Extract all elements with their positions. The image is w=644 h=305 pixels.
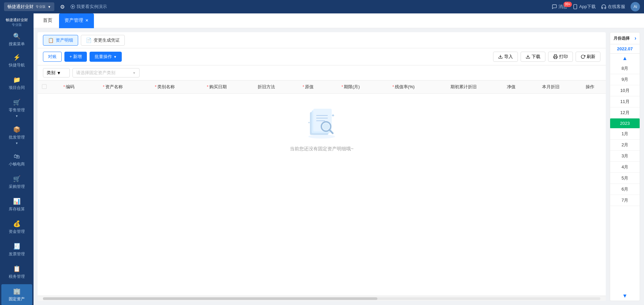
- demo-button[interactable]: 我要看实例演示: [70, 4, 107, 10]
- user-avatar[interactable]: Ai: [631, 2, 640, 11]
- tab-assets[interactable]: 资产管理 ✕: [59, 13, 94, 28]
- month-item-3[interactable]: 3月: [610, 151, 640, 162]
- month-item-7[interactable]: 7月: [610, 195, 640, 206]
- settings-button[interactable]: ⚙: [58, 2, 67, 11]
- headset-icon: [601, 4, 606, 9]
- refresh-icon: [581, 54, 585, 59]
- month-item-11[interactable]: 11月: [610, 96, 640, 107]
- sidebar-item-purchase[interactable]: 🛒 采购管理: [1, 172, 32, 193]
- tab-close-icon[interactable]: ✕: [85, 18, 89, 23]
- retail-label: 零售管理: [9, 107, 25, 113]
- month-item-6[interactable]: 6月: [610, 184, 640, 195]
- logo-text: 畅捷通好业财: [3, 17, 31, 22]
- month-item-2[interactable]: 2月: [610, 140, 640, 151]
- import-button[interactable]: 导入: [493, 52, 518, 62]
- month-nav-up-button[interactable]: ▲: [622, 56, 628, 61]
- project-icon: 📁: [13, 76, 20, 84]
- month-panel-header: 月份选择 ›: [610, 33, 640, 44]
- detail-tab-label: 资产明细: [56, 37, 73, 43]
- month-item-12[interactable]: 12月: [610, 107, 640, 118]
- tab-assets-label: 资产管理: [64, 17, 83, 23]
- quicknav-label: 快捷导航: [9, 62, 25, 68]
- fixedassets-label: 固定资产: [9, 296, 25, 302]
- sidebar-item-inventory[interactable]: 📊 库存核算: [1, 194, 32, 215]
- app-download-label: App下载: [579, 4, 596, 10]
- detail-tab-icon: 📋: [48, 38, 54, 43]
- month-item-8[interactable]: 8月: [610, 63, 640, 74]
- month-panel: 月份选择 › 2022.07 ▲ 8月 9月 10月 11月 12月 2023 …: [610, 32, 640, 301]
- toolbar-right: 导入 下载 打印 刷新: [493, 52, 600, 62]
- company-chevron-icon: ▼: [48, 5, 51, 9]
- app-download-button[interactable]: App下载: [573, 4, 596, 10]
- table-header: *编码 *资产名称 *类别名称 *购买日期 折旧方法 *原值 *期限(月) *残…: [38, 81, 606, 94]
- month-item-1[interactable]: 1月: [610, 129, 640, 140]
- table-container: *编码 *资产名称 *类别名称 *购买日期 折旧方法 *原值 *期限(月) *残…: [38, 81, 606, 296]
- scroll-thumb: [43, 297, 377, 300]
- sidebar-item-invoice[interactable]: 🧾 发票管理: [1, 239, 32, 260]
- select-all-checkbox[interactable]: [42, 84, 47, 89]
- refresh-button[interactable]: 刷新: [576, 52, 600, 62]
- sidebar-item-tax[interactable]: 📋 税务管理: [1, 262, 32, 283]
- th-residual-rate: *残值率(%): [375, 81, 432, 94]
- month-panel-collapse-icon[interactable]: ›: [635, 35, 636, 41]
- month-nav-down-button[interactable]: ▼: [622, 293, 628, 299]
- month-item-2023[interactable]: 2023: [610, 118, 640, 129]
- search-label: 搜索菜单: [9, 41, 25, 47]
- sidebar-item-quicknav[interactable]: ⚡ 快捷导航: [1, 50, 32, 71]
- top-bar: 畅捷通好业财 专业版 ▼ ⚙ 我要看实例演示 消息 99+ App下载 在线客服…: [0, 0, 644, 13]
- category-placeholder[interactable]: 请选择固定资产类别 ▼: [72, 68, 140, 78]
- svg-point-7: [308, 135, 335, 139]
- empty-svg: ✦ ✦: [302, 107, 342, 141]
- category-label: 类别: [47, 70, 55, 76]
- month-selected-year[interactable]: 2022.07: [610, 44, 640, 54]
- th-net-value: 净值: [496, 81, 527, 94]
- svg-rect-6: [554, 57, 557, 59]
- purchase-icon: 🛒: [13, 175, 20, 183]
- assets-table: *编码 *资产名称 *类别名称 *购买日期 折旧方法 *原值 *期限(月) *残…: [38, 81, 606, 94]
- download-button[interactable]: 下载: [521, 52, 545, 62]
- svg-marker-1: [72, 6, 74, 8]
- add-label: + 新增: [69, 54, 82, 60]
- inventory-icon: 📊: [13, 198, 20, 205]
- print-icon: [553, 54, 558, 59]
- message-badge: 99+: [564, 2, 572, 7]
- tab-home-label: 首页: [43, 17, 52, 23]
- sub-tab-detail[interactable]: 📋 资产明细: [43, 35, 78, 46]
- bottom-scrollbar[interactable]: [38, 296, 606, 301]
- th-period: *期限(月): [326, 81, 375, 94]
- add-button[interactable]: + 新增: [64, 52, 87, 62]
- category-select[interactable]: 类别 ▼: [43, 68, 70, 78]
- sidebar-item-retail[interactable]: 🛒 零售管理 ▼: [1, 95, 32, 121]
- company-selector[interactable]: 畅捷通好业财 专业版 ▼: [4, 2, 54, 11]
- scroll-track: [43, 297, 600, 300]
- sidebar-item-wholesale[interactable]: 📦 批发管理 ▼: [1, 122, 32, 148]
- print-button[interactable]: 打印: [548, 52, 573, 62]
- tab-home[interactable]: 首页: [38, 13, 58, 28]
- finance-label: 资金管理: [9, 229, 25, 235]
- sidebar-search[interactable]: 🔍 搜索菜单: [0, 30, 34, 50]
- sidebar-item-finance[interactable]: 💰 资金管理: [1, 217, 32, 238]
- month-item-9[interactable]: 9月: [610, 74, 640, 85]
- retail-icon: 🛒: [13, 99, 20, 106]
- sub-tab-voucher[interactable]: 📄 变更生成凭证: [81, 35, 125, 46]
- batch-button[interactable]: 批量操作 ▼: [90, 52, 122, 62]
- th-purchase-date: *购买日期: [191, 81, 243, 94]
- download-icon: [526, 54, 530, 59]
- svg-rect-2: [574, 4, 577, 9]
- sidebar-item-ecommerce[interactable]: 🛍 小畅电商: [1, 150, 32, 170]
- main-layout: 畅捷通好业财 专业版 🔍 搜索菜单 ⚡ 快捷导航 📁 项目合同 🛒 零售管理 ▼…: [0, 13, 644, 305]
- message-button[interactable]: 消息 99+: [552, 4, 567, 10]
- category-placeholder-text: 请选择固定资产类别: [76, 70, 115, 76]
- th-checkbox: [38, 81, 51, 94]
- month-item-10[interactable]: 10月: [610, 85, 640, 96]
- sidebar-item-fixedassets[interactable]: 🏢 固定资产: [1, 284, 32, 305]
- sidebar-item-project[interactable]: 📁 项目合同: [1, 73, 32, 94]
- month-item-4[interactable]: 4月: [610, 162, 640, 173]
- online-service-button[interactable]: 在线客服: [601, 4, 625, 10]
- th-category: *类别名称: [139, 81, 191, 94]
- reconcile-button[interactable]: 对账: [43, 52, 62, 62]
- month-item-5[interactable]: 5月: [610, 173, 640, 184]
- voucher-tab-label: 变更生成凭证: [94, 37, 120, 43]
- fixedassets-icon: 🏢: [13, 288, 20, 295]
- reconcile-label: 对账: [48, 54, 57, 60]
